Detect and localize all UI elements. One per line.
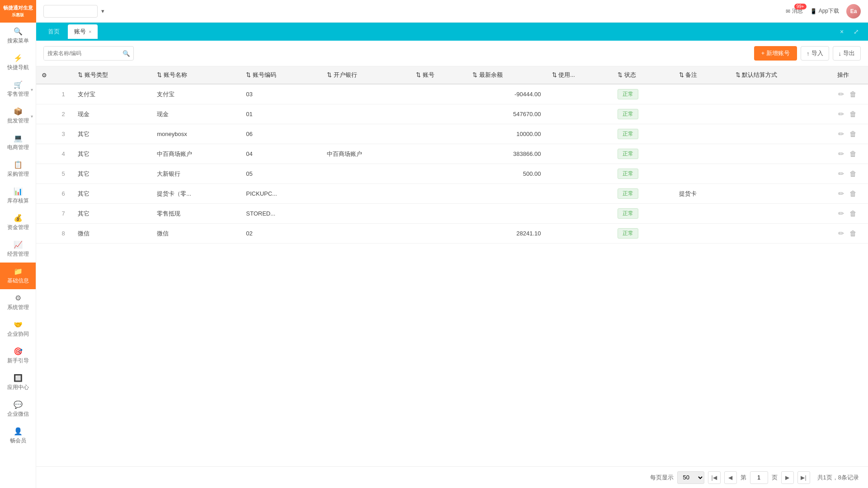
edit-button[interactable]: ✏ [837, 89, 845, 99]
row-bank [321, 164, 410, 184]
sidebar-item-purchase[interactable]: 📋 采购管理 [0, 156, 36, 183]
row-account [410, 224, 467, 244]
edit-button[interactable]: ✏ [837, 129, 845, 139]
sidebar-item-collab[interactable]: 🤝 企业协同 [0, 316, 36, 343]
edit-button[interactable]: ✏ [837, 169, 845, 179]
sidebar-item-finance[interactable]: 💰 资金管理 [0, 209, 36, 236]
delete-button[interactable]: 🗑 [849, 149, 858, 159]
sidebar-item-operation[interactable]: 📈 经营管理 [0, 236, 36, 263]
content-area: 🔍 + 新增账号 ↑ 导入 ↓ 导出 [36, 41, 868, 488]
sidebar-item-wholesale[interactable]: 📦 批发管理 ▾ [0, 103, 36, 129]
header-left: ▾ [43, 5, 104, 18]
header-search-input[interactable] [43, 5, 98, 18]
tab-home-label: 首页 [48, 28, 60, 36]
search-button[interactable]: 🔍 [119, 46, 133, 61]
row-code: PICKUPC... [241, 184, 321, 204]
collab-icon: 🤝 [14, 320, 23, 329]
row-settings [36, 184, 54, 204]
app-download-button[interactable]: 📱 App下载 [810, 7, 839, 15]
table-row: 8 微信 微信 02 28241.10 正常 ✏ 🗑 [36, 224, 868, 244]
sidebar-item-wechat[interactable]: 💬 企业微信 [0, 396, 36, 422]
delete-button[interactable]: 🗑 [849, 89, 858, 99]
row-settlement [730, 164, 832, 184]
delete-button[interactable]: 🗑 [849, 109, 858, 119]
col-status[interactable]: ⇅ 状态 [612, 66, 673, 84]
row-name: 大新银行 [151, 164, 241, 184]
sidebar-item-inventory[interactable]: 📊 库存核算 [0, 183, 36, 209]
row-settlement [730, 104, 832, 124]
col-account[interactable]: ⇅ 账号 [410, 66, 467, 84]
row-settlement [730, 144, 832, 164]
col-name-label: ⇅ 账号名称 [157, 71, 187, 78]
col-type[interactable]: ⇅ 账号类型 [72, 66, 151, 84]
delete-button[interactable]: 🗑 [849, 209, 858, 219]
last-page-button[interactable]: ▶| [797, 471, 810, 484]
tab-home[interactable]: 首页 [42, 24, 66, 39]
col-settlement[interactable]: ⇅ 默认结算方式 [730, 66, 832, 84]
page-size-select[interactable]: 50 10 20 100 [677, 471, 704, 484]
sidebar-item-basic[interactable]: 📁 基础信息 [0, 263, 36, 289]
wholesale-icon: 📦 [14, 107, 23, 116]
row-action: ✏ 🗑 [832, 184, 868, 204]
edit-button[interactable]: ✏ [837, 149, 845, 159]
edit-button[interactable]: ✏ [837, 188, 845, 199]
col-settings[interactable]: ⚙ [36, 66, 54, 84]
toolbar-left: 🔍 [43, 46, 134, 61]
row-usage [547, 204, 613, 224]
sidebar-item-system[interactable]: ⚙ 系统管理 [0, 289, 36, 316]
row-name: 现金 [151, 104, 241, 124]
header-dropdown[interactable]: ▾ [101, 8, 104, 14]
first-page-button[interactable]: |◀ [708, 471, 721, 484]
edit-button[interactable]: ✏ [837, 228, 845, 239]
edit-button[interactable]: ✏ [837, 208, 845, 219]
prev-page-button[interactable]: ◀ [724, 471, 737, 484]
col-usage[interactable]: ⇅ 使用... [547, 66, 613, 84]
sidebar-item-ecommerce[interactable]: 💻 电商管理 [0, 129, 36, 156]
inventory-icon: 📊 [14, 187, 23, 196]
col-bank[interactable]: ⇅ 开户银行 [321, 66, 410, 84]
delete-button[interactable]: 🗑 [849, 189, 858, 199]
search-input[interactable] [44, 47, 119, 60]
sidebar-item-retail[interactable]: 🛒 零售管理 ▾ [0, 76, 36, 103]
row-settings [36, 104, 54, 124]
next-page-button[interactable]: ▶ [781, 471, 794, 484]
sidebar-item-quick[interactable]: ⚡ 快捷导航 [0, 49, 36, 76]
sidebar-item-search[interactable]: 🔍 搜索菜单 [0, 23, 36, 49]
delete-button[interactable]: 🗑 [849, 129, 858, 139]
sidebar-item-appcenter[interactable]: 🔲 应用中心 [0, 369, 36, 396]
export-button[interactable]: ↓ 导出 [833, 46, 861, 61]
row-account [410, 144, 467, 164]
tab-close-icon[interactable]: × [89, 29, 91, 34]
tab-account[interactable]: 账号 × [68, 24, 98, 39]
delete-button[interactable]: 🗑 [849, 169, 858, 179]
row-action: ✏ 🗑 [832, 204, 868, 224]
search-wrap: 🔍 [43, 46, 134, 61]
sidebar-item-guide[interactable]: 🎯 新手引导 [0, 343, 36, 369]
row-status: 正常 [612, 144, 673, 164]
sidebar-item-label: 搜索菜单 [7, 37, 29, 45]
row-code: 02 [241, 224, 321, 244]
table-row: 6 其它 提货卡（零... PICKUPC... 正常 提货卡 ✏ 🗑 [36, 184, 868, 204]
row-settings [36, 204, 54, 224]
col-remark[interactable]: ⇅ 备注 [674, 66, 730, 84]
col-balance[interactable]: ⇅ 最新余额 [467, 66, 546, 84]
import-button[interactable]: ↑ 导入 [801, 46, 829, 61]
user-avatar[interactable]: Ea [846, 4, 861, 19]
tab-close-button[interactable]: × [835, 25, 848, 38]
page-number-input[interactable] [750, 471, 768, 484]
edit-button[interactable]: ✏ [837, 109, 845, 119]
export-icon: ↓ [839, 50, 842, 57]
row-code: 05 [241, 164, 321, 184]
message-button[interactable]: ✉ 消息 99+ [786, 7, 803, 15]
sidebar-item-member[interactable]: 👤 畅会员 [0, 422, 36, 449]
tab-expand-button[interactable]: ⤢ [850, 25, 863, 38]
row-remark [674, 204, 730, 224]
page-label: 第 [741, 474, 746, 482]
table-row: 2 现金 现金 01 547670.00 正常 ✏ 🗑 [36, 104, 868, 124]
row-balance: 547670.00 [467, 104, 546, 124]
col-name[interactable]: ⇅ 账号名称 [151, 66, 241, 84]
row-num: 2 [54, 104, 72, 124]
col-code[interactable]: ⇅ 账号编码 [241, 66, 321, 84]
add-account-button[interactable]: + 新增账号 [754, 46, 797, 61]
delete-button[interactable]: 🗑 [849, 229, 858, 239]
